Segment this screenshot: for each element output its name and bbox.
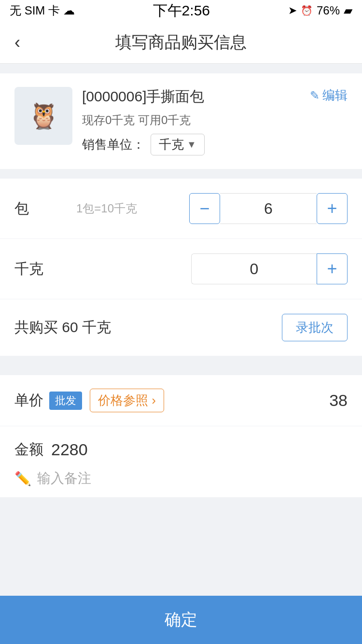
summary-text: 共购买 60 千克 [14, 318, 111, 337]
package-input-row: 包 1包=10千克 − + [0, 179, 362, 239]
status-bar: 无 SIM 卡 ☁ 下午2:56 ➤ ⏰ 76% ▰ [0, 0, 362, 21]
nav-bar: ‹ 填写商品购买信息 [0, 21, 362, 64]
amount-value: 2280 [51, 440, 88, 459]
product-name: [0000006]手撕面包 [82, 87, 348, 107]
kg-input-row: 千克 + [0, 239, 362, 299]
kg-plus-button[interactable]: + [317, 253, 348, 284]
product-info: [0000006]手撕面包 现存0千克 可用0千克 销售单位： 千克 ▼ [82, 87, 348, 155]
package-label: 包 [14, 199, 72, 219]
package-hint: 1包=10千克 [76, 201, 137, 216]
alarm-icon: ⏰ [301, 5, 313, 16]
unit-select[interactable]: 千克 ▼ [151, 134, 205, 155]
summary-row: 共购买 60 千克 录批次 [0, 299, 362, 356]
edit-icon: ✎ [310, 89, 320, 102]
package-input[interactable] [220, 193, 317, 224]
product-card: 🦉 [0000006]手撕面包 现存0千克 可用0千克 销售单位： 千克 ▼ ✎… [0, 73, 362, 169]
price-row: 单价 批发 价格参照 › 38 [0, 375, 362, 426]
amount-label: 金额 [14, 440, 43, 460]
back-button[interactable]: ‹ [14, 32, 20, 53]
product-stock: 现存0千克 可用0千克 [82, 112, 348, 128]
product-unit-row: 销售单位： 千克 ▼ [82, 134, 348, 155]
confirm-label: 确定 [165, 609, 197, 631]
amount-section: 金额 2280 ✏️ 输入备注 [0, 426, 362, 497]
package-minus-button[interactable]: − [189, 193, 220, 224]
kg-label: 千克 [14, 259, 72, 279]
kg-input[interactable] [191, 253, 317, 284]
price-ref-button[interactable]: 价格参照 › [90, 389, 164, 412]
edit-label: 编辑 [322, 87, 348, 104]
dropdown-icon: ▼ [187, 139, 196, 150]
price-value: 38 [329, 391, 348, 410]
battery-text: 76% [317, 4, 340, 17]
unit-label: 销售单位： [82, 136, 145, 153]
status-right: ➤ ⏰ 76% ▰ [288, 4, 352, 17]
price-ref-label: 价格参照 › [98, 392, 156, 409]
sim-status: 无 SIM 卡 ☁ [10, 3, 75, 18]
price-label: 单价 [14, 391, 43, 410]
status-left: 无 SIM 卡 ☁ [10, 3, 75, 18]
price-tag: 批发 [49, 392, 82, 410]
package-controls: − + [189, 193, 348, 224]
pencil-icon: ✏️ [14, 471, 31, 487]
location-icon: ➤ [288, 4, 297, 17]
batch-button[interactable]: 录批次 [282, 314, 348, 341]
price-section: 单价 批发 价格参照 › 38 [0, 375, 362, 426]
product-thumb-icon: 🦉 [28, 101, 59, 131]
battery-icon: ▰ [344, 4, 352, 17]
note-placeholder: 输入备注 [37, 469, 91, 488]
divider-2 [0, 356, 362, 365]
note-row[interactable]: ✏️ 输入备注 [14, 469, 348, 488]
page-title: 填写商品购买信息 [115, 31, 247, 54]
package-plus-button[interactable]: + [317, 193, 348, 224]
kg-controls: + [191, 253, 348, 284]
unit-value: 千克 [159, 136, 184, 153]
amount-row: 金额 2280 [14, 440, 348, 460]
confirm-button[interactable]: 确定 [0, 596, 362, 644]
product-thumbnail: 🦉 [14, 87, 72, 145]
edit-button[interactable]: ✎ 编辑 [310, 87, 348, 104]
divider-1 [0, 169, 362, 179]
input-section: 包 1包=10千克 − + 千克 + [0, 179, 362, 299]
status-time: 下午2:56 [153, 1, 210, 21]
